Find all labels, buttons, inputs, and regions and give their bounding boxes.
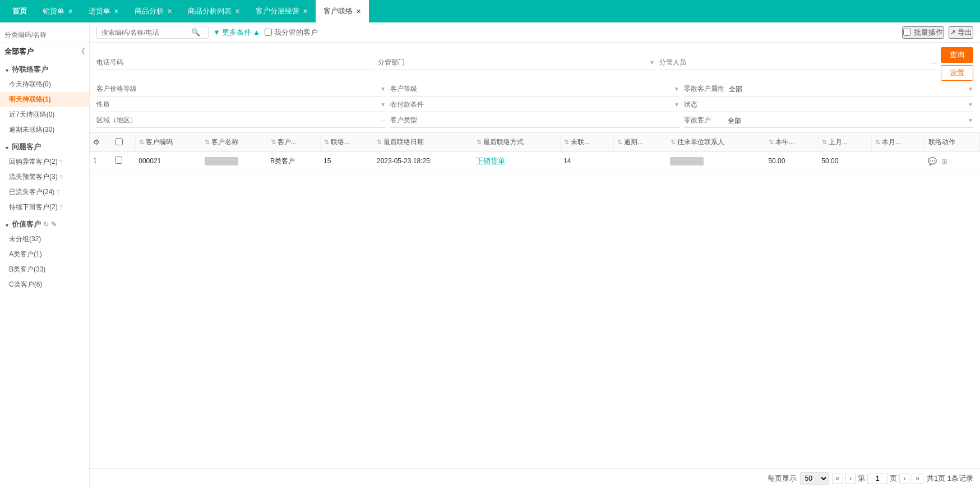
col-action: 联络动作 [924,133,979,152]
sort-icon-tmonth[interactable]: ⇅ [875,139,880,145]
sort-icon-year[interactable]: ⇅ [769,139,774,145]
type-select[interactable] [434,117,679,125]
sidebar-item-lost[interactable]: 已流失客户(24) ? [0,185,89,200]
nav-customer-contact[interactable]: 客户联络 ✕ [316,0,369,22]
query-btn[interactable]: 查询 [941,47,973,63]
sidebar-item-repurchase[interactable]: 回购异常客户(2) ? [0,154,89,169]
footer: 每页显示 50 100 200 « ‹ 第 页 › » 共1页 1条记录 [90,468,980,488]
last-method-link[interactable]: 下销货单 [476,156,505,165]
search-box: 🔍 [96,26,209,39]
person-dots-icon[interactable]: ··· [931,59,936,67]
close-purchase-tab[interactable]: ✕ [114,8,119,15]
sidebar-item-class-b[interactable]: B类客户(33) [0,262,89,277]
col-last-date: ⇅最后联络日期 [373,133,473,152]
gender-caret-icon: ▼ [380,102,386,108]
toolbar: 🔍 ▼ 更多条件 ▲ 我分管的客户 批量操作 ↗ 导出 [90,22,980,43]
sort-icon-uncontacted[interactable]: ⇅ [564,139,569,145]
region-input[interactable] [141,117,378,125]
page-label: 第 [858,473,865,484]
nav-product-analysis[interactable]: 商品分析 ✕ [127,0,180,22]
close-product-analysis-tab[interactable]: ✕ [167,8,172,15]
col-overdue: ⇅逾期... [613,133,667,152]
sort-icon-name[interactable]: ⇅ [205,139,210,145]
search-input[interactable] [101,29,191,36]
sidebar-item-week[interactable]: 近7天待联络(0) [0,107,89,122]
sidebar-item-class-a[interactable]: A类客户(1) [0,247,89,262]
col-this-year: ⇅本年... [765,133,818,152]
my-customers-checkbox-label: 我分管的客户 [265,27,318,38]
nav-home[interactable]: 首页 [4,0,35,22]
close-contact-tab[interactable]: ✕ [356,8,361,15]
last-page-btn[interactable]: » [912,473,923,484]
prev-page-btn[interactable]: ‹ [845,473,856,484]
row-checkbox[interactable] [115,156,122,164]
batch-btn[interactable]: 批量操作 [902,26,944,39]
value-expand-icon[interactable] [4,220,10,229]
sidebar-all-customers[interactable]: 全部客户 《 [0,43,89,60]
filter-row-3: 性质 ▼ 收付款条件 ▼ 状态 ▼ [96,100,973,112]
filter-buttons: 查询 设置 [941,47,973,81]
sidebar-item-today[interactable]: 今天待联络(0) [0,77,89,92]
sidebar-search-input[interactable] [4,31,89,39]
sort-icon-lmonth[interactable]: ⇅ [822,139,827,145]
nav-product-list[interactable]: 商品分析列表 ✕ [180,0,248,22]
retail-attr-select[interactable]: 全部 [729,85,965,93]
select-all-checkbox[interactable] [115,138,123,145]
sort-icon-overdue[interactable]: ⇅ [617,139,622,145]
value-refresh-icon[interactable]: ↻ [43,220,49,228]
cell-uncontacted: 14 [560,152,613,171]
export-btn[interactable]: ↗ 导出 [949,26,973,39]
gear-icon[interactable]: ⚙ [93,138,100,146]
filter-panel: 电话号码 分管部门 ▼ 分管人员 ··· 查询 设置 [90,43,980,133]
price-level-select[interactable] [141,85,378,93]
sort-icon-contacts[interactable]: ⇅ [324,139,329,145]
sidebar-item-class-c[interactable]: C类客户(6) [0,277,89,292]
pending-expand-icon[interactable] [4,66,10,74]
grid-icon[interactable]: ⊞ [941,157,947,165]
customer-name-blurred [205,157,238,165]
page-input[interactable] [867,473,887,484]
nav-sales[interactable]: 销货单 ✕ [35,0,81,22]
sort-icon-code[interactable]: ⇅ [139,139,144,145]
section-pending: 待联络客户 今天待联络(0) 明天待联络(1) 近7天待联络(0) 逾期未联络(… [0,62,89,137]
customer-level-select[interactable] [434,85,672,93]
batch-checkbox[interactable] [903,29,910,36]
nav-customer-segment[interactable]: 客户分层经营 ✕ [248,0,316,22]
dept-select[interactable] [422,59,647,67]
payment-caret-icon: ▼ [674,102,679,108]
more-filter-btn[interactable]: ▼ 更多条件 ▲ [213,27,260,38]
chat-icon[interactable]: 💬 [928,157,937,165]
dept-caret-icon: ▼ [649,59,655,66]
first-page-btn[interactable]: « [832,473,844,484]
problem-expand-icon[interactable] [4,143,10,151]
close-sales-tab[interactable]: ✕ [68,8,73,15]
cell-code: 000021 [135,152,201,171]
nav-purchase[interactable]: 进货单 ✕ [81,0,127,22]
region-dots-icon[interactable]: ··· [380,117,386,125]
settings-btn[interactable]: 设置 [941,65,973,81]
person-input[interactable] [703,59,928,67]
gender-select[interactable] [140,101,378,109]
per-page-select[interactable]: 50 100 200 [800,472,829,485]
sidebar-item-overdue[interactable]: 逾期未联络(30) [0,122,89,137]
table-area: ⚙ ⇅客户编码 ⇅客户名称 ⇅客户... ⇅联络... ⇅最后联络日期 ⇅最后联… [90,133,980,468]
payment-select[interactable] [434,101,672,109]
my-customers-checkbox[interactable] [265,29,272,36]
value-edit-icon[interactable]: ✎ [51,220,57,228]
sort-icon-unit[interactable]: ⇅ [671,139,676,145]
status-select[interactable] [728,101,965,109]
sidebar-item-ungrouped[interactable]: 未分组(32) [0,232,89,247]
sidebar-item-decline[interactable]: 持续下滑客户(2) ? [0,200,89,215]
filter-phone: 电话号码 [96,58,373,70]
next-page-btn[interactable]: › [899,473,909,484]
search-button[interactable]: 🔍 [191,28,200,36]
close-segment-tab[interactable]: ✕ [303,8,308,15]
close-product-list-tab[interactable]: ✕ [235,8,240,15]
retail-select[interactable]: 全部 [728,117,965,125]
sort-icon-date[interactable]: ⇅ [377,139,382,145]
sidebar-item-tomorrow[interactable]: 明天待联络(1) [0,92,89,107]
sort-icon-method[interactable]: ⇅ [477,139,482,145]
sort-icon-type[interactable]: ⇅ [271,139,276,145]
phone-input[interactable] [140,59,373,67]
sidebar-item-churn[interactable]: 流失预警客户(3) ? [0,169,89,185]
